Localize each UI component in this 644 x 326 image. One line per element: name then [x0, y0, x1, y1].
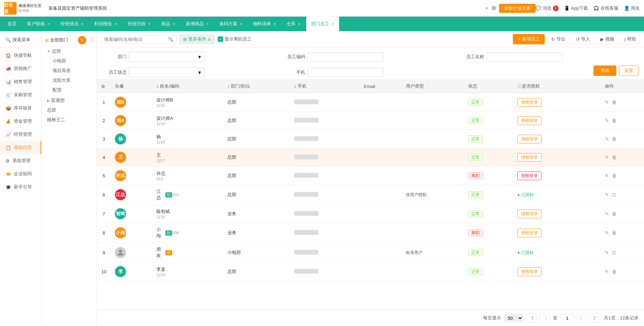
prev-page-button[interactable]: 〈 [539, 314, 550, 323]
auth-login-button[interactable]: 授权登录 [517, 267, 542, 276]
dept-collapse-button[interactable]: 《 [88, 37, 93, 44]
next-page-button[interactable]: 〉 [577, 314, 588, 323]
search-menu-item[interactable]: 🔍 搜索菜单 [0, 34, 41, 46]
show-resigned-toggle[interactable]: ✓ 显示离职员工 [218, 36, 252, 42]
edit-button[interactable]: ✎ [605, 211, 609, 217]
auth-login-button[interactable]: 授权登录 [517, 171, 542, 180]
auth-login-button[interactable]: 授权登录 [517, 116, 542, 125]
edit-button[interactable]: ✎ [605, 155, 609, 160]
first-page-button[interactable]: 《 [526, 314, 537, 323]
tab-history[interactable]: 经营历程 ✕ [123, 17, 156, 31]
sidebar-item-guide[interactable]: 🎓 新手引导 [0, 180, 41, 194]
more-conditions-button[interactable]: ⊞ 更多条件 ∧ [179, 34, 215, 44]
dept-node-zongbu2[interactable]: 总部 [44, 105, 94, 115]
close-icon[interactable]: ✕ [206, 22, 209, 26]
per-page-select[interactable]: 50 100 [504, 314, 523, 322]
auth-login-button[interactable]: 授权登录 [517, 229, 542, 237]
user-avatar[interactable]: 👤 用友 [624, 5, 640, 11]
delete-button[interactable]: ⊡ [612, 250, 616, 255]
close-icon[interactable]: ✕ [81, 22, 84, 26]
dept-node-zongbu[interactable]: ▼ 总部 [44, 46, 94, 56]
query-button[interactable]: 查询 [593, 65, 616, 76]
sidebar-item-purchase[interactable]: 🛒 采购管理 [0, 88, 41, 102]
export-button[interactable]: ↻ 导出 [547, 34, 569, 44]
tab-goods[interactable]: 商品 ✕ [156, 17, 180, 31]
sidebar-item-sales[interactable]: 📊 销售管理 [0, 75, 41, 88]
sidebar-item-system[interactable]: ⚙ 系统管理 [0, 154, 41, 167]
close-icon[interactable]: ✕ [47, 22, 50, 26]
sys-dropdown-arrow[interactable]: ▼ [485, 6, 489, 10]
dept-all-label[interactable]: ⊞ 全部部门 [45, 37, 68, 43]
col-name[interactable]: ↕ 姓名/编码 [152, 80, 223, 93]
dept-node-zhishuwang[interactable]: 植树王二 [44, 115, 94, 125]
edit-button[interactable]: ✎ [605, 230, 609, 236]
auth-login-button[interactable]: 授权登录 [517, 135, 542, 143]
help-button[interactable]: | 帮助 [621, 34, 640, 44]
dept-node-xiangmukufang[interactable]: 项目库房 [50, 66, 94, 76]
search-input[interactable] [104, 37, 166, 42]
edit-button[interactable]: ✎ [605, 118, 609, 123]
sidebar-item-finance[interactable]: 💰 资金管理 [0, 115, 41, 128]
tab-customer[interactable]: 客户联络 ✕ [22, 17, 55, 31]
sidebar-item-collab[interactable]: 🤝 企业协同 [0, 167, 41, 180]
edit-button[interactable]: ✎ [605, 269, 609, 274]
delete-button[interactable]: 🗑 [612, 269, 617, 274]
page-number-input[interactable] [560, 314, 574, 322]
tab-department[interactable]: 部门员工 ✕ [306, 17, 339, 31]
edit-button[interactable]: ✎ [605, 99, 609, 105]
close-icon[interactable]: ✕ [239, 22, 243, 26]
tab-home[interactable]: 首页 [3, 17, 21, 31]
tab-new-goods[interactable]: 新增商品 ✕ [181, 17, 214, 31]
delete-button[interactable]: 🗑 [612, 99, 617, 105]
edit-button[interactable]: ✎ [605, 250, 609, 255]
emp-name-input[interactable] [486, 52, 562, 62]
auth-login-button[interactable]: 授权登录 [517, 98, 542, 107]
view-button[interactable]: ▶ 视频 [597, 34, 618, 44]
last-page-button[interactable]: 》 [590, 314, 601, 323]
app-download-button[interactable]: 📱 App下载 [564, 5, 588, 11]
dept-node-peihuo[interactable]: 配货 [50, 85, 94, 95]
dept-node-xiaodibu[interactable]: 小电部 [50, 56, 94, 66]
dept-edit-button[interactable]: ✎ [78, 36, 86, 44]
dept-select[interactable]: ▼ [129, 52, 205, 62]
col-phone[interactable]: ↕ 手机 [290, 80, 360, 93]
add-employee-button[interactable]: + 新增员工 [513, 34, 544, 44]
dept-node-shenyang[interactable]: 沈阳大库 [50, 76, 94, 85]
close-icon[interactable]: ✕ [114, 22, 117, 26]
close-icon[interactable]: ✕ [331, 22, 334, 26]
tab-profit[interactable]: 利润报告 ✕ [89, 17, 122, 31]
close-icon[interactable]: ✕ [298, 22, 301, 26]
tab-bom[interactable]: 物料清单 ✕ [248, 17, 281, 31]
search-icon[interactable]: 🔍 [168, 37, 173, 42]
sidebar-item-operations[interactable]: 📈 经营管理 [0, 128, 41, 141]
tab-warehouse[interactable]: 仓库 ✕ [282, 17, 306, 31]
settings-icon[interactable]: ⚙ [101, 84, 105, 89]
delete-button[interactable]: 🗑 [612, 155, 617, 160]
close-icon[interactable]: ✕ [148, 22, 151, 26]
delete-button[interactable]: 🗑 [612, 230, 617, 236]
edit-button[interactable]: ✎ [605, 173, 609, 178]
emp-status-select[interactable]: ▼ [129, 67, 205, 78]
auth-login-button[interactable]: 授权登录 [517, 210, 542, 218]
experience-button[interactable]: 体验行业方案 [499, 4, 536, 13]
sidebar-item-basic[interactable]: 📋 基础信息 [0, 141, 41, 154]
sidebar-item-quicknav[interactable]: 🏠 快捷导航 [0, 49, 41, 62]
dept-node-shuangluxiang[interactable]: ▶ 双鹿想 [44, 96, 94, 105]
delete-button[interactable]: 🗑 [612, 136, 617, 142]
phone-input[interactable] [307, 68, 383, 77]
delete-button[interactable]: 🗑 [612, 173, 617, 178]
delete-button[interactable]: ⊡ [612, 192, 616, 197]
col-settings[interactable]: ⚙ [97, 80, 111, 93]
sidebar-item-inventory[interactable]: 📦 库存核算 [0, 102, 41, 115]
edit-button[interactable]: ✎ [605, 136, 609, 142]
message-button[interactable]: 💬 消息 6 [536, 5, 559, 11]
auth-login-button[interactable]: 授权登录 [517, 153, 542, 162]
emp-code-input[interactable] [307, 52, 383, 62]
delete-button[interactable]: 🗑 [612, 118, 617, 123]
tab-barcode[interactable]: 条码方案 ✕ [215, 17, 247, 31]
gear-button[interactable]: ⚙ [491, 5, 496, 11]
close-icon[interactable]: ✕ [273, 22, 276, 26]
edit-button[interactable]: ✎ [605, 192, 609, 197]
col-dept[interactable]: ↕ 部门/职位 [223, 80, 290, 93]
setting-button[interactable]: 设置 [619, 65, 638, 76]
